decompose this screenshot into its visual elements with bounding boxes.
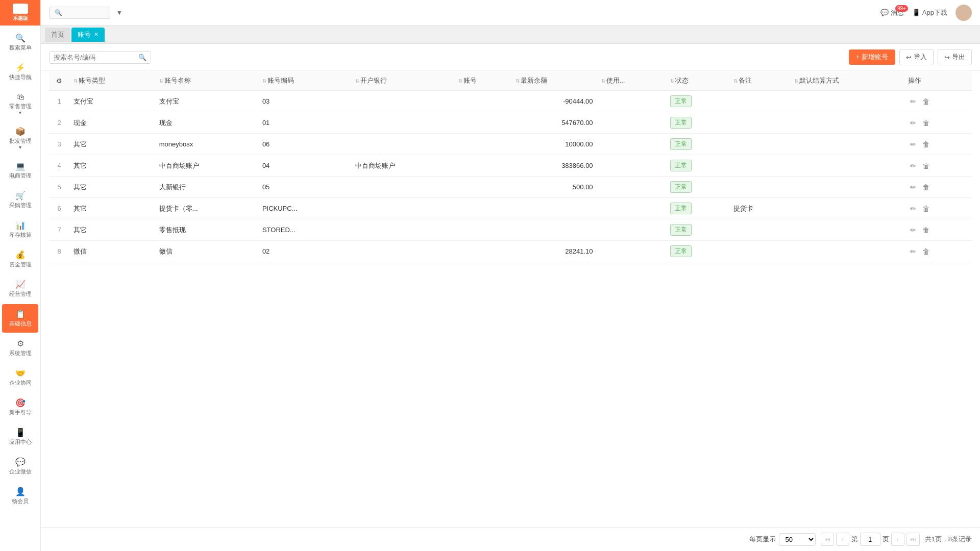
edit-button[interactable]: ✏ <box>908 246 918 257</box>
col-name[interactable]: ⇅账号名称 <box>155 71 258 91</box>
header-search[interactable]: 🔍 <box>49 7 110 19</box>
sidebar-item-quick[interactable]: ⚡快捷导航 <box>2 58 38 86</box>
arrow-icon-wholesale: ▼ <box>18 145 22 150</box>
row-remark <box>729 241 790 262</box>
sidebar-item-system[interactable]: ⚙系统管理 <box>2 334 38 362</box>
header-dropdown[interactable]: ▼ <box>116 9 122 16</box>
row-account <box>454 112 511 134</box>
row-remark: 提货卡 <box>729 198 790 219</box>
edit-button[interactable]: ✏ <box>908 96 918 107</box>
edit-button[interactable]: ✏ <box>908 139 918 149</box>
col-balance[interactable]: ⇅最新余额 <box>511 71 597 91</box>
edit-button[interactable]: ✏ <box>908 182 918 192</box>
first-page-button[interactable]: ⏮ <box>821 533 834 546</box>
sidebar-item-member[interactable]: 👤畅会员 <box>2 482 38 510</box>
col-remark[interactable]: ⇅备注 <box>729 71 790 91</box>
accounts-table: ⚙ ⇅账号类型 ⇅账号名称 ⇅账号编码 ⇅开户银行 ⇅账号 ⇅最新余额 ⇅使用.… <box>49 71 972 262</box>
delete-button[interactable]: 🗑 <box>920 161 932 171</box>
export-button[interactable]: ↪ 导出 <box>938 49 972 65</box>
sidebar-label-wholesale: 批发管理 <box>9 137 32 145</box>
status-badge: 正常 <box>670 203 692 214</box>
edit-button[interactable]: ✏ <box>908 161 918 171</box>
status-badge: 正常 <box>670 95 692 107</box>
row-bank <box>351 112 454 134</box>
col-status[interactable]: ⇅状态 <box>666 71 730 91</box>
row-account <box>454 134 511 155</box>
sidebar-item-agreement[interactable]: 🤝企业协同 <box>2 363 38 392</box>
next-page-button[interactable]: › <box>891 533 904 546</box>
col-type[interactable]: ⇅账号类型 <box>69 71 155 91</box>
delete-button[interactable]: 🗑 <box>920 139 932 149</box>
sidebar-item-operation[interactable]: 📈经营管理 <box>2 274 38 303</box>
sidebar-item-retail[interactable]: 🛍零售管理▼ <box>2 87 38 120</box>
sidebar-item-inventory[interactable]: 📊库存核算 <box>2 215 38 244</box>
col-actions: 操作 <box>904 71 972 91</box>
edit-button[interactable]: ✏ <box>908 225 918 235</box>
delete-button[interactable]: 🗑 <box>920 96 932 107</box>
row-account <box>454 155 511 177</box>
search-input-wrap[interactable]: 🔍 <box>49 51 151 64</box>
sidebar-item-purchase[interactable]: 🛒采购管理 <box>2 186 38 214</box>
operation-icon: 📈 <box>15 280 26 289</box>
table-wrap: ⚙ ⇅账号类型 ⇅账号名称 ⇅账号编码 ⇅开户银行 ⇅账号 ⇅最新余额 ⇅使用.… <box>41 71 980 527</box>
tab-home[interactable]: 首页 <box>45 28 70 42</box>
row-type: 现金 <box>69 112 155 134</box>
header-left: 🔍 ▼ <box>49 7 122 19</box>
table-header-row: ⚙ ⇅账号类型 ⇅账号名称 ⇅账号编码 ⇅开户银行 ⇅账号 ⇅最新余额 ⇅使用.… <box>49 71 972 91</box>
row-bank <box>351 177 454 198</box>
row-balance <box>511 219 597 241</box>
row-status: 正常 <box>666 134 730 155</box>
user-avatar[interactable] <box>955 5 972 21</box>
row-no: 7 <box>49 219 69 241</box>
col-settings[interactable]: ⚙ <box>49 71 69 91</box>
col-account[interactable]: ⇅账号 <box>454 71 511 91</box>
row-name: 零售抵现 <box>155 219 258 241</box>
system-icon: ⚙ <box>17 339 24 348</box>
per-page-select[interactable]: 50 100 200 <box>779 533 816 546</box>
sidebar-item-ecommerce[interactable]: 💻电商管理 <box>2 156 38 185</box>
sidebar-item-basic[interactable]: 📋基础信息 <box>2 304 38 333</box>
row-actions: ✏ 🗑 <box>904 219 972 241</box>
page-input[interactable] <box>860 533 880 546</box>
row-remark <box>729 177 790 198</box>
table-row: 6 其它 提货卡（零... PICKUPC... 正常 提货卡 ✏ 🗑 <box>49 198 972 219</box>
col-bank[interactable]: ⇅开户银行 <box>351 71 454 91</box>
delete-button[interactable]: 🗑 <box>920 246 932 257</box>
row-name: 微信 <box>155 241 258 262</box>
import-button[interactable]: ↩ 导入 <box>899 49 934 65</box>
last-page-button[interactable]: ⏭ <box>906 533 920 546</box>
col-code[interactable]: ⇅账号编码 <box>258 71 351 91</box>
delete-button[interactable]: 🗑 <box>920 182 932 192</box>
sidebar-item-search[interactable]: 🔍搜索菜单 <box>2 28 38 57</box>
import-label: 导入 <box>914 53 927 62</box>
tab-account[interactable]: 账号✕ <box>71 28 105 42</box>
prev-page-button[interactable]: ‹ <box>836 533 849 546</box>
col-usage[interactable]: ⇅使用... <box>597 71 666 91</box>
row-status: 正常 <box>666 177 730 198</box>
sidebar-item-wholesale[interactable]: 📦批发管理▼ <box>2 121 38 155</box>
add-account-button[interactable]: + 新增账号 <box>849 49 895 65</box>
sidebar-item-app[interactable]: 📱应用中心 <box>2 422 38 451</box>
edit-button[interactable]: ✏ <box>908 118 918 128</box>
search-submit-icon[interactable]: 🔍 <box>138 54 146 61</box>
row-remark <box>729 134 790 155</box>
row-balance: 547670.00 <box>511 112 597 134</box>
page-unit: 页 <box>883 535 889 544</box>
search-input[interactable] <box>54 54 135 61</box>
sidebar-item-wechat[interactable]: 💬企业微信 <box>2 452 38 481</box>
message-button[interactable]: 💬 消息 99+ <box>880 8 904 17</box>
col-settlement[interactable]: ⇅默认结算方式 <box>790 71 904 91</box>
delete-button[interactable]: 🗑 <box>920 225 932 235</box>
sidebar-item-guide[interactable]: 🎯新手引导 <box>2 393 38 421</box>
tab-close-account[interactable]: ✕ <box>94 31 99 38</box>
row-account <box>454 91 511 112</box>
sidebar-item-finance[interactable]: 💰资金管理 <box>2 245 38 273</box>
app-download-button[interactable]: 📱 App下载 <box>912 8 947 17</box>
sidebar-label-app: 应用中心 <box>9 438 32 446</box>
delete-button[interactable]: 🗑 <box>920 204 932 214</box>
delete-button[interactable]: 🗑 <box>920 118 932 128</box>
per-page-label: 每页显示 <box>749 535 776 544</box>
edit-button[interactable]: ✏ <box>908 204 918 214</box>
row-usage <box>597 155 666 177</box>
row-bank <box>351 134 454 155</box>
